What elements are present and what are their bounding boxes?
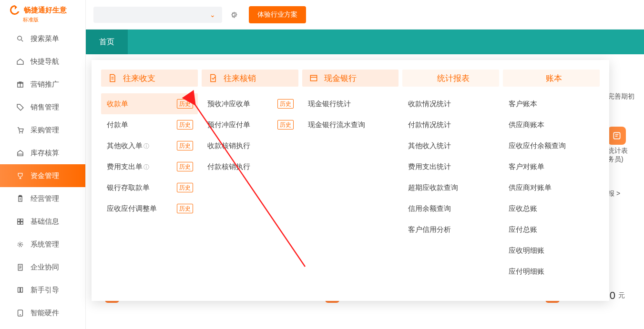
- brand-block: 畅捷通好生意: [0, 0, 85, 17]
- mega-item-label: 费用支出单ⓘ: [107, 162, 149, 171]
- mcol5-link-8[interactable]: 应付明细账: [503, 261, 600, 282]
- history-tag[interactable]: 历史: [177, 162, 193, 171]
- sidebar-item-11[interactable]: 新手引导: [0, 279, 85, 301]
- bg-right-text-2: 统计表: [608, 147, 628, 154]
- sidebar-item-12[interactable]: 智能硬件: [0, 301, 85, 324]
- mcol2-row-3[interactable]: 付款核销执行: [202, 156, 298, 177]
- tab-home[interactable]: 首页: [86, 30, 128, 54]
- mcol3-link-1[interactable]: 现金银行流水查询: [302, 114, 399, 135]
- bg-right-text-4: 报 >: [608, 189, 620, 198]
- sidebar-item-label: 基础信息: [31, 217, 59, 226]
- mega-item-label: 预付冲应付单: [207, 120, 250, 130]
- mega-col-income-expense: 往来收支 收款单历史付款单历史其他收入单ⓘ历史费用支出单ⓘ历史银行存取款单历史应…: [101, 70, 198, 282]
- mcol5-link-3[interactable]: 客户对账单: [503, 156, 600, 177]
- sidebar-item-5[interactable]: 库存核算: [0, 141, 85, 164]
- mcol1-row-1[interactable]: 付款单历史: [101, 114, 198, 135]
- sidebar-item-6[interactable]: 资金管理: [0, 164, 85, 187]
- sidebar-item-3[interactable]: 销售管理: [0, 96, 85, 119]
- money-icon: [15, 171, 25, 180]
- history-tag[interactable]: 历史: [177, 204, 193, 213]
- chevron-down-icon: ⌄: [210, 11, 215, 19]
- mcol5-link-5[interactable]: 应收总账: [503, 198, 600, 219]
- mega-head-reports: 统计报表: [402, 70, 499, 87]
- funds-mega-menu: 往来收支 收款单历史付款单历史其他收入单ⓘ历史费用支出单ⓘ历史银行存取款单历史应…: [92, 60, 609, 301]
- history-tag[interactable]: 历史: [177, 183, 193, 192]
- sidebar-item-label: 智能硬件: [31, 309, 59, 318]
- mcol4-link-3[interactable]: 费用支出统计: [402, 156, 499, 177]
- mega-item-label: 付款核销执行: [207, 162, 250, 171]
- sidebar-item-label: 资金管理: [31, 171, 59, 180]
- svg-point-2: [19, 132, 20, 133]
- clipboard-icon: [15, 194, 25, 203]
- cart-icon: [15, 125, 25, 135]
- mega-col-writeoff: 往来核销 预收冲应收单历史预付冲应付单历史收款核销执行付款核销执行: [202, 70, 298, 282]
- try-industry-button[interactable]: 体验行业方案: [249, 6, 306, 23]
- sidebar-item-label: 系统管理: [31, 240, 59, 249]
- book-icon: [15, 285, 25, 295]
- mcol5-link-4[interactable]: 供应商对账单: [503, 177, 600, 198]
- mcol4-link-0[interactable]: 收款情况统计: [402, 93, 499, 114]
- sidebar-item-4[interactable]: 采购管理: [0, 119, 85, 141]
- settings-icon[interactable]: [227, 8, 240, 21]
- svg-line-1: [21, 40, 23, 41]
- history-tag[interactable]: 历史: [177, 99, 193, 109]
- doc-icon: [307, 71, 320, 85]
- mcol1-row-2[interactable]: 其他收入单ⓘ历史: [101, 135, 198, 156]
- svg-point-4: [18, 242, 22, 247]
- mcol2-row-0[interactable]: 预收冲应收单历史: [202, 93, 298, 114]
- mcol3-link-0[interactable]: 现金银行统计: [302, 93, 399, 114]
- mcol1-row-4[interactable]: 银行存取款单历史: [101, 177, 198, 198]
- mcol4-link-1[interactable]: 付款情况统计: [402, 114, 499, 135]
- sidebar-item-label: 营销推广: [31, 80, 59, 89]
- sidebar-item-8[interactable]: 基础信息: [0, 210, 85, 233]
- mega-item-label: 收款单: [107, 100, 128, 109]
- header-bar: ⌄ 体验行业方案: [86, 0, 644, 30]
- mcol4-link-4[interactable]: 超期应收款查询: [402, 177, 499, 198]
- sidebar-item-10[interactable]: 企业协同: [0, 256, 85, 279]
- mcol5-link-1[interactable]: 供应商账本: [503, 114, 600, 135]
- mcol2-row-2[interactable]: 收款核销执行: [202, 135, 298, 156]
- mega-item-label: 预收冲应收单: [207, 100, 250, 109]
- sidebar-item-label: 搜索菜单: [31, 34, 59, 43]
- gift-icon: [15, 80, 25, 89]
- grid-icon: [15, 217, 25, 226]
- sidebar-item-2[interactable]: 营销推广: [0, 73, 85, 96]
- mcol4-link-5[interactable]: 信用余额查询: [402, 198, 499, 219]
- gear-icon: [15, 239, 25, 249]
- brand-title: 畅捷通好生意: [24, 6, 67, 15]
- org-selector[interactable]: ⌄: [93, 7, 222, 23]
- mcol5-link-2[interactable]: 应收应付余额查询: [503, 135, 600, 156]
- sidebar-item-label: 销售管理: [31, 103, 59, 112]
- mega-col-cash-bank: 现金银行 现金银行统计现金银行流水查询: [302, 70, 399, 282]
- sidebar-item-0[interactable]: 搜索菜单: [0, 27, 85, 50]
- doc-icon: [206, 71, 220, 85]
- note-icon: [15, 262, 25, 272]
- mega-head-ledger: 账本: [503, 70, 600, 87]
- mcol1-row-3[interactable]: 费用支出单ⓘ历史: [101, 156, 198, 177]
- history-tag[interactable]: 历史: [277, 120, 294, 130]
- mcol4-link-2[interactable]: 其他收入统计: [402, 135, 499, 156]
- sidebar-item-label: 采购管理: [31, 126, 59, 135]
- sidebar-item-7[interactable]: 经营管理: [0, 187, 85, 210]
- mcol1-row-5[interactable]: 应收应付调整单历史: [101, 198, 198, 219]
- mcol2-row-1[interactable]: 预付冲应付单历史: [202, 114, 298, 135]
- bg-right-card-icon: [608, 127, 626, 145]
- doc-icon: [106, 71, 119, 85]
- house-icon: [15, 148, 25, 158]
- mega-col-ledger: 账本 客户账本供应商账本应收应付余额查询客户对账单供应商对账单应收总账应付总账应…: [503, 70, 600, 282]
- history-tag[interactable]: 历史: [177, 141, 193, 150]
- mcol1-row-0[interactable]: 收款单历史: [101, 93, 198, 114]
- device-icon: [15, 308, 25, 318]
- sidebar-item-1[interactable]: 快捷导航: [0, 50, 85, 73]
- brand-logo-icon: [9, 4, 21, 16]
- mcol4-link-6[interactable]: 客户信用分析: [402, 219, 499, 240]
- sidebar-item-9[interactable]: 系统管理: [0, 233, 85, 256]
- mcol5-link-6[interactable]: 应付总账: [503, 219, 600, 240]
- history-tag[interactable]: 历史: [277, 99, 294, 109]
- svg-point-5: [19, 243, 21, 245]
- history-tag[interactable]: 历史: [177, 120, 193, 130]
- mcol5-link-7[interactable]: 应收明细账: [503, 240, 600, 261]
- sidebar-item-label: 经营管理: [31, 194, 59, 203]
- mcol5-link-0[interactable]: 客户账本: [503, 93, 600, 114]
- mega-col-reports: 统计报表 收款情况统计付款情况统计其他收入统计费用支出统计超期应收款查询信用余额…: [402, 70, 499, 282]
